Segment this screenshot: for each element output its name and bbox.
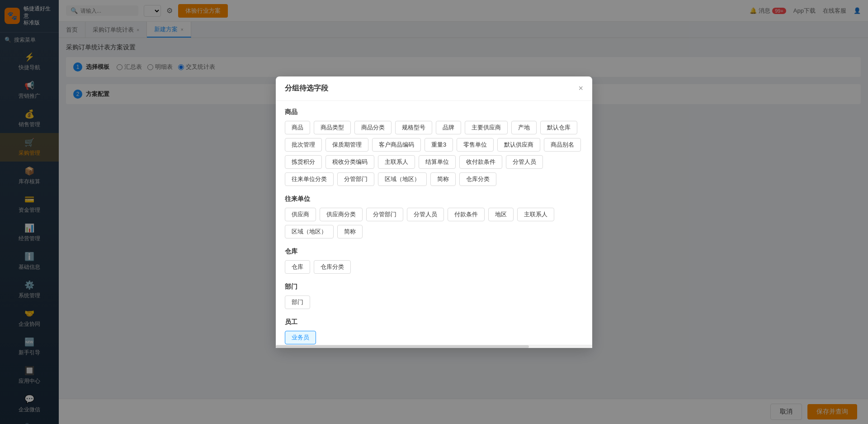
field-tag-weight3[interactable]: 重量3 — [425, 138, 453, 152]
field-tag-payment-condition[interactable]: 付款条件 — [448, 208, 485, 221]
field-tag-main-contact2[interactable]: 主联系人 — [517, 208, 554, 221]
field-tag-commodity[interactable]: 商品 — [285, 121, 310, 134]
field-tag-origin[interactable]: 产地 — [511, 121, 537, 134]
modal-close-button[interactable]: × — [578, 84, 583, 93]
field-tag-supplier-category[interactable]: 供应商分类 — [320, 208, 363, 221]
modal-title: 分组待选字段 — [285, 84, 328, 93]
field-tag-commodity-category[interactable]: 商品分类 — [354, 121, 392, 134]
field-group-product: 商品 商品 商品类型 商品分类 规格型号 品牌 主要供应商 产地 默认仓库 批次… — [285, 108, 583, 186]
field-tag-retail-unit[interactable]: 零售单位 — [457, 138, 494, 152]
field-tag-spec-type[interactable]: 规格型号 — [395, 121, 432, 134]
modal-header: 分组待选字段 × — [276, 76, 592, 101]
field-tag-pick-points[interactable]: 拣货积分 — [285, 155, 322, 169]
field-group-partner-title: 往来单位 — [285, 195, 583, 203]
field-tags-product: 商品 商品类型 商品分类 规格型号 品牌 主要供应商 产地 默认仓库 批次管理 … — [285, 121, 583, 186]
field-group-department-title: 部门 — [285, 283, 583, 291]
field-tag-alias[interactable]: 商品别名 — [544, 138, 581, 152]
field-tags-warehouse: 仓库 仓库分类 — [285, 260, 583, 274]
field-tag-short-name[interactable]: 简称 — [430, 172, 456, 186]
field-tag-supplier[interactable]: 供应商 — [285, 208, 316, 221]
field-tag-short-name2[interactable]: 简称 — [337, 225, 363, 238]
field-tag-region[interactable]: 区域（地区） — [378, 172, 427, 186]
modal-body[interactable]: 商品 商品 商品类型 商品分类 规格型号 品牌 主要供应商 产地 默认仓库 批次… — [276, 101, 592, 345]
field-tag-main-contact[interactable]: 主联系人 — [378, 155, 415, 169]
modal-field-selector: 分组待选字段 × 商品 商品 商品类型 商品分类 规格型号 品牌 主要供应商 产… — [276, 76, 592, 348]
field-tag-warehouse-type[interactable]: 仓库分类 — [314, 260, 351, 274]
field-tag-expiry-mgmt[interactable]: 保质期管理 — [326, 138, 368, 152]
field-tag-settlement-unit[interactable]: 结算单位 — [419, 155, 456, 169]
field-group-product-title: 商品 — [285, 108, 583, 116]
field-group-employee-title: 员工 — [285, 318, 583, 326]
field-tag-from-unit-category[interactable]: 往来单位分类 — [285, 172, 334, 186]
field-tag-payment-terms[interactable]: 收付款条件 — [459, 155, 502, 169]
field-tag-district[interactable]: 地区 — [488, 208, 514, 221]
field-tag-sales-staff[interactable]: 业务员 — [285, 331, 316, 344]
field-tag-warehouse-category[interactable]: 仓库分类 — [459, 172, 496, 186]
field-tag-manage-dept2[interactable]: 分管部门 — [366, 208, 403, 221]
field-tags-department: 部门 — [285, 295, 583, 309]
field-tag-commodity-type[interactable]: 商品类型 — [314, 121, 351, 134]
field-tag-default-supplier[interactable]: 默认供应商 — [497, 138, 540, 152]
field-tag-customer-code[interactable]: 客户商品编码 — [372, 138, 421, 152]
modal-hscroll-thumb — [276, 345, 529, 348]
field-group-partner: 往来单位 供应商 供应商分类 分管部门 分管人员 付款条件 地区 主联系人 区域… — [285, 195, 583, 238]
modal-hscroll[interactable] — [276, 345, 592, 348]
field-tag-manage-dept[interactable]: 分管部门 — [337, 172, 374, 186]
field-group-warehouse: 仓库 仓库 仓库分类 — [285, 248, 583, 274]
field-group-warehouse-title: 仓库 — [285, 248, 583, 256]
field-group-department: 部门 部门 — [285, 283, 583, 309]
field-tag-manager[interactable]: 分管人员 — [506, 155, 543, 169]
field-tag-manage-staff[interactable]: 分管人员 — [407, 208, 444, 221]
field-tag-main-supplier[interactable]: 主要供应商 — [465, 121, 508, 134]
field-tag-default-warehouse[interactable]: 默认仓库 — [540, 121, 577, 134]
field-tag-batch-mgmt[interactable]: 批次管理 — [285, 138, 322, 152]
field-tag-region2[interactable]: 区域（地区） — [285, 225, 334, 238]
field-tag-tax-code[interactable]: 税收分类编码 — [326, 155, 374, 169]
field-tag-warehouse[interactable]: 仓库 — [285, 260, 310, 274]
field-tags-partner: 供应商 供应商分类 分管部门 分管人员 付款条件 地区 主联系人 区域（地区） … — [285, 208, 583, 238]
field-tag-brand[interactable]: 品牌 — [436, 121, 461, 134]
field-group-employee: 员工 业务员 — [285, 318, 583, 344]
field-tags-employee: 业务员 — [285, 331, 583, 344]
field-tag-dept[interactable]: 部门 — [285, 295, 310, 309]
